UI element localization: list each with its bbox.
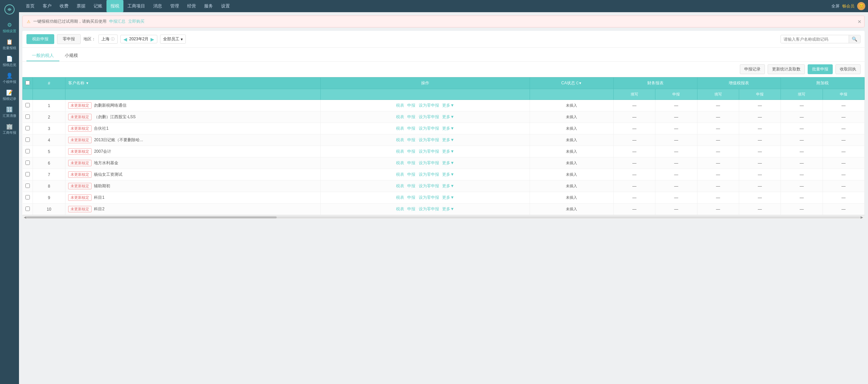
nav-accounting[interactable]: 记账 [90,0,106,12]
row-checkbox-6[interactable] [25,172,30,176]
op-tax-table-1[interactable]: 税表 [396,114,404,119]
op-set-zero-5[interactable]: 设为零申报 [419,161,439,165]
op-declare-8[interactable]: 申报 [407,195,415,200]
op-declare-4[interactable]: 申报 [407,149,415,154]
sidebar-item-business-report[interactable]: 🏢 工商年报 [0,121,19,137]
row-fin-declare-7: — [655,180,697,192]
sidebar-item-tax-records[interactable]: 📝 报税记录 [0,87,19,104]
retrieve-btn[interactable]: 收取回执 [835,64,861,74]
op-set-zero-1[interactable]: 设为零申报 [419,114,439,119]
date-prev-btn[interactable]: ◀ [123,37,127,42]
op-declare-3[interactable]: 申报 [407,137,415,142]
op-tax-table-0[interactable]: 税表 [396,103,404,108]
batch-declare-btn[interactable]: 批量申报 [808,64,833,74]
op-more-3[interactable]: 更多▼ [442,137,454,142]
row-ops-1: 税表 申报 设为零申报 更多▼ [321,111,530,123]
op-declare-6[interactable]: 申报 [407,172,415,177]
sidebar-item-batch-tax[interactable]: 📋 批量报税 [0,36,19,53]
row-checkbox-8[interactable] [25,195,30,199]
tab-small-scale[interactable]: 小规模 [59,50,83,61]
op-tax-table-8[interactable]: 税表 [396,195,404,200]
row-checkbox-5[interactable] [25,161,30,165]
op-set-zero-2[interactable]: 设为零申报 [419,126,439,131]
op-declare-9[interactable]: 申报 [407,207,415,211]
op-tax-table-7[interactable]: 税表 [396,184,404,188]
scroll-left-btn[interactable]: ◀ [24,215,26,219]
nav-fee[interactable]: 收费 [56,0,73,12]
op-declare-0[interactable]: 申报 [407,103,415,108]
search-input[interactable] [781,36,849,43]
date-next-btn[interactable]: ▶ [151,37,154,42]
row-ops-6: 税表 申报 设为零申报 更多▼ [321,169,530,180]
op-more-8[interactable]: 更多▼ [442,195,454,200]
nav-tax[interactable]: 报税 [106,0,123,12]
alert-close-btn[interactable]: ✕ [857,19,862,24]
nav-message[interactable]: 消息 [149,0,166,12]
search-button[interactable]: 🔍 [849,35,860,43]
op-more-9[interactable]: 更多▼ [442,207,454,211]
op-declare-2[interactable]: 申报 [407,126,415,131]
update-stats-btn[interactable]: 更新统计及取数 [768,64,805,74]
tab-declare[interactable]: 税款申报 [26,34,54,44]
tab-normal-taxpayer[interactable]: 一般的税人 [26,50,59,61]
row-checkbox-4[interactable] [25,149,30,153]
region-selector[interactable]: 上海 ⓘ [98,35,118,44]
op-more-5[interactable]: 更多▼ [442,161,454,165]
row-fin-declare-6: — [655,169,697,180]
nav-home[interactable]: 首页 [22,0,39,12]
op-tax-table-2[interactable]: 税表 [396,126,404,131]
row-checkbox-3[interactable] [25,137,30,142]
client-name-2: 合伙社1 [94,126,108,131]
select-all-checkbox[interactable] [25,81,30,85]
op-declare-7[interactable]: 申报 [407,184,415,188]
row-ca-4: 未插入 [530,146,613,157]
row-checkbox-1[interactable] [25,114,30,119]
upgrade-btn[interactable]: 畅会员 [842,3,854,9]
row-checkbox-2[interactable] [25,126,30,130]
tab-zero[interactable]: 零申报 [57,34,81,44]
sidebar-item-tax-settings[interactable]: ⚙ 报税设置 [0,19,19,36]
staff-selector[interactable]: 全部员工 ▾ [160,35,186,44]
op-more-2[interactable]: 更多▼ [442,126,454,131]
op-set-zero-9[interactable]: 设为零申报 [419,207,439,211]
op-declare-5[interactable]: 申报 [407,161,415,165]
nav-manage[interactable]: 管理 [166,0,183,12]
op-more-0[interactable]: 更多▼ [442,103,454,108]
declare-records-btn[interactable]: 申报记录 [740,64,765,74]
nav-business-project[interactable]: 工商项目 [123,0,149,12]
sidebar-item-personal-tax[interactable]: 👤 个税申报 [0,70,19,87]
nav-operation[interactable]: 经营 [183,0,200,12]
fullscreen-label[interactable]: 全屏 [831,3,840,9]
scroll-right-btn[interactable]: ▶ [861,215,863,219]
alert-link-buy[interactable]: 立即购买 [128,19,144,24]
op-tax-table-6[interactable]: 税表 [396,172,404,177]
sidebar-item-tax-overview[interactable]: 📄 报税总览 [0,53,19,70]
op-set-zero-7[interactable]: 设为零申报 [419,184,439,188]
op-set-zero-3[interactable]: 设为零申报 [419,137,439,142]
row-add-declare-4: — [823,146,864,157]
row-ca-2: 未插入 [530,123,613,134]
op-set-zero-6[interactable]: 设为零申报 [419,172,439,177]
op-tax-table-5[interactable]: 税表 [396,161,404,165]
op-tax-table-9[interactable]: 税表 [396,207,404,211]
row-checkbox-9[interactable] [25,207,30,211]
op-set-zero-8[interactable]: 设为零申报 [419,195,439,200]
nav-invoice[interactable]: 票据 [73,0,90,12]
op-set-zero-4[interactable]: 设为零申报 [419,149,439,154]
nav-client[interactable]: 客户 [39,0,56,12]
op-more-4[interactable]: 更多▼ [442,149,454,154]
op-more-1[interactable]: 更多▼ [442,114,454,119]
row-checkbox-7[interactable] [25,184,30,188]
alert-link-summary[interactable]: 申报汇总 [109,19,125,24]
op-more-7[interactable]: 更多▼ [442,184,454,188]
sidebar-item-settlement[interactable]: 🔢 汇算清缴 [0,104,19,121]
op-declare-1[interactable]: 申报 [407,114,415,119]
op-tax-table-4[interactable]: 税表 [396,149,404,154]
user-avatar[interactable]: 😊 [857,2,865,10]
nav-service[interactable]: 服务 [200,0,217,12]
nav-settings[interactable]: 设置 [217,0,234,12]
op-set-zero-0[interactable]: 设为零申报 [419,103,439,108]
op-more-6[interactable]: 更多▼ [442,172,454,177]
row-checkbox-0[interactable] [25,103,30,107]
op-tax-table-3[interactable]: 税表 [396,137,404,142]
